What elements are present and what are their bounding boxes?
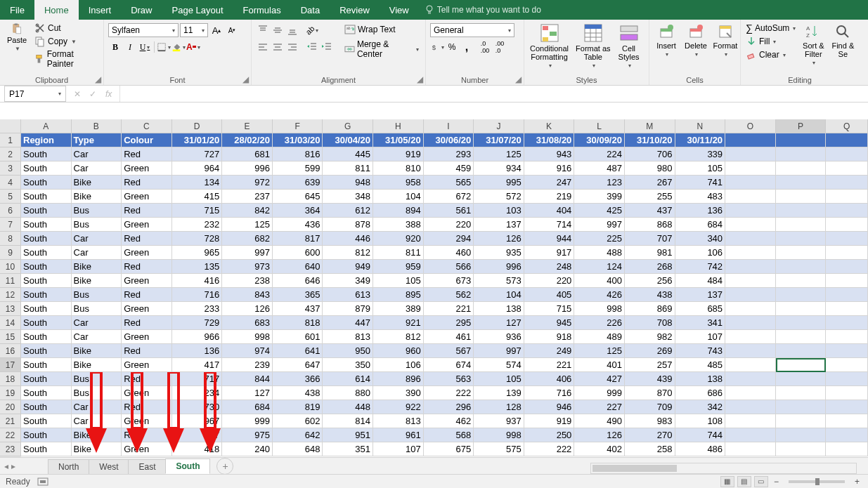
cell[interactable]: 339 bbox=[675, 147, 726, 161]
cell[interactable]: Bike bbox=[72, 260, 122, 274]
cell[interactable]: 295 bbox=[424, 316, 474, 330]
column-header[interactable]: B bbox=[72, 119, 122, 133]
cell[interactable]: South bbox=[21, 147, 72, 161]
cell[interactable]: South bbox=[21, 190, 72, 204]
cell[interactable]: 567 bbox=[424, 344, 474, 358]
cell[interactable] bbox=[725, 218, 776, 232]
cell[interactable]: 943 bbox=[524, 147, 575, 161]
cell[interactable]: 105 bbox=[373, 274, 424, 288]
cell[interactable]: 224 bbox=[574, 147, 625, 161]
cell[interactable]: 744 bbox=[675, 428, 726, 442]
cell[interactable] bbox=[826, 414, 868, 428]
cell[interactable]: 936 bbox=[474, 330, 524, 344]
cell[interactable]: 30/09/20 bbox=[574, 133, 625, 147]
font-name-select[interactable]: Sylfaen▾ bbox=[108, 23, 179, 37]
cell[interactable]: South bbox=[21, 414, 72, 428]
cell[interactable]: 237 bbox=[222, 190, 273, 204]
column-header[interactable]: K bbox=[524, 119, 575, 133]
cell[interactable]: 351 bbox=[323, 442, 373, 456]
cell[interactable]: 258 bbox=[625, 442, 675, 456]
cell[interactable]: 613 bbox=[323, 288, 373, 302]
cell[interactable]: South bbox=[21, 161, 72, 176]
accounting-format-button[interactable]: $▾ bbox=[430, 40, 444, 54]
cell[interactable] bbox=[776, 400, 827, 414]
cell[interactable]: 869 bbox=[625, 302, 675, 316]
cell[interactable]: South bbox=[21, 218, 72, 232]
ribbon-tab-data[interactable]: Data bbox=[291, 0, 330, 20]
cell[interactable]: 446 bbox=[323, 232, 373, 246]
borders-button[interactable]: ▾ bbox=[157, 40, 171, 54]
cell[interactable] bbox=[826, 176, 868, 190]
cell[interactable]: 706 bbox=[625, 147, 675, 161]
cell[interactable]: 364 bbox=[273, 204, 323, 218]
row-header[interactable]: 18 bbox=[0, 372, 21, 386]
cell[interactable] bbox=[725, 133, 776, 147]
cell[interactable]: 950 bbox=[323, 344, 373, 358]
cell[interactable]: South bbox=[21, 372, 72, 386]
underline-button[interactable]: U▾ bbox=[138, 40, 152, 54]
number-format-select[interactable]: General▾ bbox=[430, 23, 514, 37]
cell[interactable]: 484 bbox=[675, 274, 726, 288]
cell[interactable]: South bbox=[21, 344, 72, 358]
row-header[interactable]: 12 bbox=[0, 288, 21, 302]
cell[interactable] bbox=[725, 372, 776, 386]
cell[interactable]: 136 bbox=[172, 344, 223, 358]
cell[interactable]: 439 bbox=[625, 372, 675, 386]
zoom-in-button[interactable]: + bbox=[852, 477, 862, 487]
cell[interactable]: 487 bbox=[574, 161, 625, 176]
cell[interactable] bbox=[826, 330, 868, 344]
cell[interactable]: 222 bbox=[424, 386, 474, 400]
cell[interactable]: 31/03/20 bbox=[273, 133, 323, 147]
sheet-nav-first[interactable]: ◂ bbox=[4, 461, 8, 471]
zoom-slider[interactable] bbox=[789, 480, 845, 483]
ribbon-tab-insert[interactable]: Insert bbox=[79, 0, 122, 20]
cell[interactable]: 981 bbox=[625, 246, 675, 260]
cell[interactable]: South bbox=[21, 428, 72, 442]
cell[interactable] bbox=[826, 218, 868, 232]
cell[interactable]: 106 bbox=[373, 358, 424, 372]
cell[interactable]: 727 bbox=[172, 147, 223, 161]
alignment-dialog-launcher[interactable]: ◢ bbox=[415, 75, 424, 84]
cell[interactable]: 31/05/20 bbox=[373, 133, 424, 147]
cell[interactable]: 743 bbox=[675, 344, 726, 358]
cancel-formula-button[interactable]: ✕ bbox=[72, 89, 83, 99]
cell[interactable]: 675 bbox=[424, 442, 474, 456]
row-header[interactable]: 6 bbox=[0, 204, 21, 218]
font-size-select[interactable]: 11▾ bbox=[180, 23, 208, 37]
cell[interactable]: 233 bbox=[172, 302, 223, 316]
cell[interactable]: 648 bbox=[273, 442, 323, 456]
cell[interactable] bbox=[725, 176, 776, 190]
cell[interactable]: 296 bbox=[424, 400, 474, 414]
cell[interactable]: 975 bbox=[222, 428, 273, 442]
cell[interactable]: 599 bbox=[273, 161, 323, 176]
cell[interactable]: Green bbox=[122, 302, 172, 316]
row-header[interactable]: 13 bbox=[0, 302, 21, 316]
page-layout-button[interactable]: ▤ bbox=[737, 476, 751, 487]
cell[interactable]: 813 bbox=[323, 330, 373, 344]
cell[interactable]: 137 bbox=[474, 218, 524, 232]
cell[interactable]: 645 bbox=[273, 190, 323, 204]
cell[interactable] bbox=[776, 232, 827, 246]
paste-button[interactable]: Paste ▼ bbox=[3, 22, 31, 53]
cell[interactable]: 138 bbox=[474, 302, 524, 316]
cell[interactable]: 868 bbox=[625, 218, 675, 232]
column-header[interactable]: A bbox=[21, 119, 72, 133]
cell[interactable]: 640 bbox=[273, 260, 323, 274]
formula-input[interactable] bbox=[120, 86, 868, 102]
copy-button[interactable]: Copy▼ bbox=[32, 35, 101, 48]
delete-cells-button[interactable]: Delete▾ bbox=[682, 22, 710, 59]
cell[interactable] bbox=[725, 274, 776, 288]
cell[interactable] bbox=[826, 302, 868, 316]
decrease-decimal-button[interactable]: .00.0 bbox=[493, 40, 507, 54]
cell[interactable]: South bbox=[21, 246, 72, 260]
cell[interactable]: 814 bbox=[323, 414, 373, 428]
column-header[interactable]: I bbox=[424, 119, 474, 133]
cell[interactable]: 998 bbox=[574, 302, 625, 316]
cell[interactable]: Region bbox=[21, 133, 72, 147]
cell[interactable]: 294 bbox=[424, 232, 474, 246]
column-header[interactable]: M bbox=[625, 119, 675, 133]
cell[interactable] bbox=[725, 414, 776, 428]
cell[interactable] bbox=[826, 316, 868, 330]
cell[interactable]: 221 bbox=[424, 302, 474, 316]
cell[interactable] bbox=[725, 400, 776, 414]
